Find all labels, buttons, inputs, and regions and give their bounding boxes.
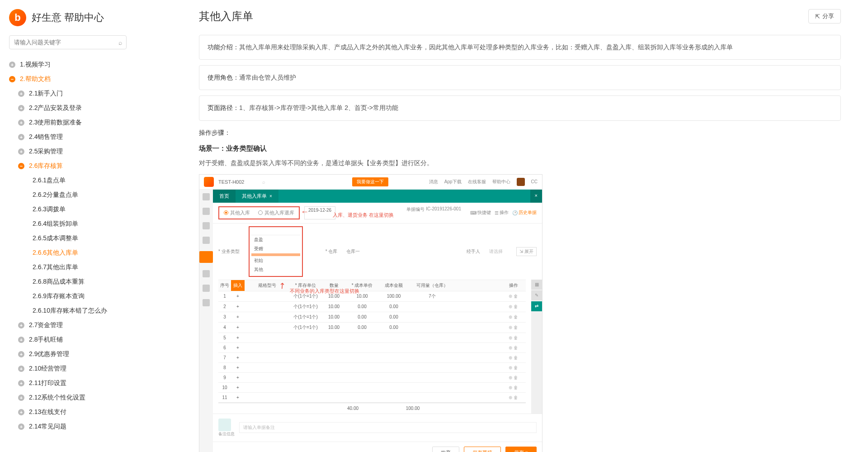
site-title: 好生意 帮助中心 xyxy=(32,11,104,24)
search-icon[interactable]: ⌕ xyxy=(118,39,122,46)
role-text: 通常由仓管人员维护 xyxy=(239,74,296,81)
ss-tab-close-all: × xyxy=(530,190,542,203)
nav-label: 2.6.9库存账本查询 xyxy=(33,292,85,300)
ss-annotation-1: 入库、退货业务 在这里切换 xyxy=(333,212,394,219)
sidebar: b 好生意 帮助中心 ⌕ 1.视频学习2.帮助文档2.1新手入门2.2产品安装及… xyxy=(0,0,136,452)
table-row-empty: 7+⊕ 🗑 xyxy=(218,353,526,363)
ss-doc-header: 其他入库 其他入库退库 ← 2019-12-26 入库、退货业务 在这里切换 单… xyxy=(213,203,542,224)
ss-expand-btn: ⇲ 展开 xyxy=(516,247,537,256)
ss-link-service: 在线客服 xyxy=(468,179,486,185)
nav-item[interactable]: 2.10经营管理 xyxy=(9,362,136,376)
ss-username: CC xyxy=(531,179,538,184)
nav-item[interactable]: 2.6.1盘点单 xyxy=(9,173,136,188)
ss-rb-icon-active: ⇄ xyxy=(531,301,542,311)
site-logo-row: b 好生意 帮助中心 xyxy=(9,9,136,26)
nav-item[interactable]: 2.6.3调拨单 xyxy=(9,202,136,217)
ss-nav-icon xyxy=(203,193,210,200)
nav-item[interactable]: 2.12系统个性化设置 xyxy=(9,390,136,405)
ss-action-button: 我要做这一下 xyxy=(352,177,388,186)
ss-tool-shortcut: ⌨ 快捷键 xyxy=(470,209,491,216)
logo-icon: b xyxy=(9,9,26,26)
arrow-icon: ← xyxy=(301,207,309,217)
nav-item[interactable]: 2.13在线支付 xyxy=(9,405,136,419)
ss-tab-label: 其他入库单 xyxy=(242,193,267,200)
search-input[interactable] xyxy=(9,35,127,49)
ss-field-wh-label: * 仓库 xyxy=(326,248,338,255)
nav-item[interactable]: 2.6.5成本调整单 xyxy=(9,231,136,246)
nav-item[interactable]: 1.视频学习 xyxy=(9,57,136,72)
nav-item[interactable]: 2.6.10库存账本错了怎么办 xyxy=(9,304,136,318)
plus-icon xyxy=(18,148,24,155)
ss-tool-history: 🕐 历史单据 xyxy=(512,209,537,216)
nav-item[interactable]: 2.6.2分量盘点单 xyxy=(9,188,136,202)
ss-annotation-2: 不同业务的入库类型在这里切换 xyxy=(290,288,359,295)
dropdown-option: 受赠 xyxy=(251,244,300,253)
nav-label: 2.7资金管理 xyxy=(29,321,63,329)
dropdown-option: 盘盈 xyxy=(251,235,300,244)
nav-item[interactable]: 2.9优惠券管理 xyxy=(9,347,136,362)
intro-label: 功能介绍： xyxy=(208,43,239,51)
nav-item[interactable]: 2.5采购管理 xyxy=(9,144,136,159)
nav-label: 2.帮助文档 xyxy=(20,75,51,83)
table-row: 1+个(1个=1个)10.0010.00100.007个⊕ 🗑 xyxy=(218,291,526,302)
nav-item[interactable]: 2.6.6其他入库单 xyxy=(9,246,136,260)
ss-field-person-val: 请选择 xyxy=(489,248,503,255)
nav-item[interactable]: 2.11打印设置 xyxy=(9,376,136,390)
ss-radio-group: 其他入库 其他入库退库 ← xyxy=(218,206,300,219)
table-row-empty: 6+⊕ 🗑 xyxy=(218,343,526,353)
plus-icon xyxy=(18,351,24,357)
nav-item[interactable]: 2.帮助文档 xyxy=(9,72,136,86)
nav-item[interactable]: 2.1新手入门 xyxy=(9,86,136,101)
close-icon: × xyxy=(269,194,272,199)
ss-radio-label: 其他入库 xyxy=(230,209,250,216)
ss-nav-icon xyxy=(203,270,210,277)
plus-icon xyxy=(18,90,24,97)
nav-label: 1.视频学习 xyxy=(20,61,51,69)
nav-label: 2.6.2分量盘点单 xyxy=(33,191,78,199)
embedded-screenshot: TEST-H002 ⌕ 我要做这一下 消息 App下载 在线客服 帮助中心 CC xyxy=(199,174,542,452)
nav-label: 2.6.7其他出库单 xyxy=(33,263,78,271)
share-label: 分享 xyxy=(822,12,834,20)
table-row: 4+个(1个=1个)10.000.000.00⊕ 🗑 xyxy=(218,323,526,333)
remark-icon xyxy=(218,419,231,431)
ss-biztype-dropdown: 盘盈受赠初始其他 xyxy=(249,226,303,277)
nav-item[interactable]: 2.3使用前数据准备 xyxy=(9,115,136,130)
ss-th-insert: 插入 xyxy=(231,280,245,291)
plus-icon xyxy=(9,62,15,68)
nav-item[interactable]: 2.6.9库存账本查询 xyxy=(9,289,136,304)
plus-icon xyxy=(18,409,24,415)
ss-topbar: TEST-H002 ⌕ 我要做这一下 消息 App下载 在线客服 帮助中心 CC xyxy=(199,175,542,190)
nav-item[interactable]: 2.6.4组装拆卸单 xyxy=(9,217,136,231)
dropdown-option: 初始 xyxy=(251,256,300,265)
nav-label: 2.8手机旺铺 xyxy=(29,336,63,344)
share-button[interactable]: ⇱分享 xyxy=(808,9,841,24)
ss-th: 可用量（仓库） xyxy=(410,280,455,291)
ss-rb-icon: ▦ xyxy=(531,280,542,290)
ss-link-msg: 消息 xyxy=(429,179,438,185)
nav-item[interactable]: 2.14常见问题 xyxy=(9,419,136,434)
nav-item[interactable]: 2.8手机旺铺 xyxy=(9,333,136,347)
table-row-empty: 8+⊕ 🗑 xyxy=(218,363,526,373)
ss-nav-icon xyxy=(203,299,210,306)
ss-leftnav xyxy=(199,190,213,452)
plus-icon xyxy=(18,366,24,372)
nav-label: 2.6.3调拨单 xyxy=(33,205,66,214)
ss-total-amt: 100.00 xyxy=(397,406,429,411)
nav-item[interactable]: 2.7资金管理 xyxy=(9,318,136,333)
main-content: 其他入库单 ⇱分享 功能介绍：其他入库单用来处理除采购入库、产成品入库之外的其他… xyxy=(136,0,868,452)
nav-item[interactable]: 2.4销售管理 xyxy=(9,130,136,144)
ss-save-button: 保存 ▾ xyxy=(505,447,537,452)
nav-item[interactable]: 2.6.8商品成本重算 xyxy=(9,275,136,289)
ss-search-placeholder: ⌕ xyxy=(262,179,265,185)
nav-item[interactable]: 2.6.7其他出库单 xyxy=(9,260,136,275)
table-row: 2+个(1个=1个)10.000.000.00⊕ 🗑 xyxy=(218,302,526,312)
table-row: 3+个(1个=1个)10.000.000.00⊕ 🗑 xyxy=(218,312,526,323)
ss-nav-icon xyxy=(203,208,210,215)
nav-item[interactable]: 2.6库存核算 xyxy=(9,159,136,173)
ss-tool-ops: ☰ 操作 xyxy=(495,209,509,216)
search-box: ⌕ xyxy=(9,35,127,49)
path-card: 页面路径：1、库存核算->库存管理->其他入库单 2、首页->常用功能 xyxy=(199,95,841,120)
nav-tree: 1.视频学习2.帮助文档2.1新手入门2.2产品安装及登录2.3使用前数据准备2… xyxy=(9,57,136,434)
nav-item[interactable]: 2.2产品安装及登录 xyxy=(9,101,136,115)
role-card: 使用角色：通常由仓管人员维护 xyxy=(199,65,841,90)
